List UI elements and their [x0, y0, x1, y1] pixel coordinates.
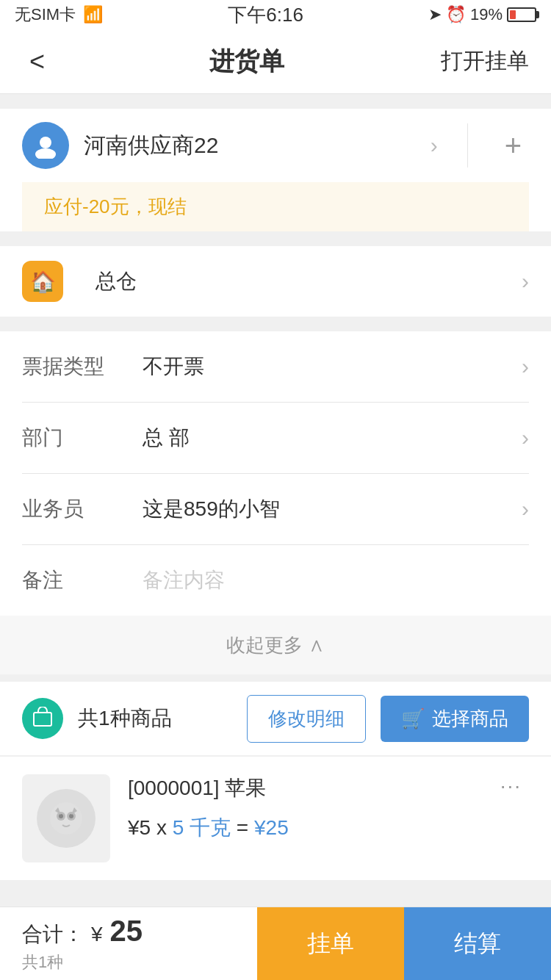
dept-label: 部门 [22, 424, 110, 452]
ticket-label: 票据类型 [22, 353, 110, 381]
back-button[interactable]: < [22, 39, 52, 84]
total-value: ¥25 [254, 816, 289, 839]
product-item: [0000001] 苹果 ¥5 x 5 千克 = ¥25 ··· [0, 757, 551, 880]
cart-icon: 🛒 [401, 707, 425, 730]
select-label: 选择商品 [432, 706, 508, 732]
footer: 合计： ¥ 25 共1种 挂单 结算 [0, 907, 551, 980]
more-options-button[interactable]: ··· [493, 774, 529, 862]
remark-input[interactable]: 备注内容 [143, 566, 225, 594]
wifi-icon: 📶 [83, 5, 103, 24]
warehouse-left: 🏠 总仓 [22, 261, 137, 302]
divider-3 [0, 674, 551, 682]
product-thumbnail [22, 774, 110, 862]
status-left: 无SIM卡 📶 [15, 4, 103, 26]
ticket-type-row[interactable]: 票据类型 不开票 › [0, 331, 551, 402]
nav-bar: < 进货单 打开挂单 [0, 29, 551, 94]
dept-value: 总 部 [143, 424, 190, 452]
divider-top [0, 94, 551, 109]
remark-left: 备注 备注内容 [22, 566, 225, 594]
supplier-chevron-icon: › [431, 133, 438, 158]
status-time: 下午6:16 [228, 2, 303, 28]
product-title: 苹果 [225, 777, 266, 799]
divider-1 [0, 231, 551, 246]
supplier-divider [467, 123, 468, 167]
sales-value: 这是859的小智 [143, 495, 280, 523]
collapse-button[interactable]: 收起更多 ∧ [0, 616, 551, 674]
avatar [22, 122, 69, 169]
add-supplier-button[interactable]: + [497, 129, 529, 162]
divider-2 [0, 317, 551, 331]
supplier-name: 河南供应商22 [84, 131, 218, 161]
dept-left: 部门 总 部 [22, 424, 190, 452]
sales-label: 业务员 [22, 495, 110, 523]
product-price: ¥5 x 5 千克 = ¥25 [128, 814, 475, 842]
battery-percent: 19% [470, 5, 503, 24]
battery-fill [510, 10, 516, 19]
suspend-button[interactable]: 挂单 [257, 907, 404, 980]
svg-point-1 [35, 148, 56, 159]
warehouse-chevron-icon: › [522, 269, 529, 294]
carrier-label: 无SIM卡 [15, 4, 76, 26]
warehouse-name: 总仓 [96, 267, 137, 295]
supplier-notice: 应付-20元，现结 [22, 182, 529, 231]
footer-total: 合计： ¥ 25 共1种 [0, 915, 257, 973]
dept-chevron-icon: › [522, 425, 529, 450]
product-name: [0000001] 苹果 [128, 774, 475, 802]
warehouse-row[interactable]: 🏠 总仓 › [0, 246, 551, 317]
supplier-section: 河南供应商22 › + 应付-20元，现结 [0, 109, 551, 231]
ticket-left: 票据类型 不开票 [22, 353, 204, 381]
svg-point-6 [59, 814, 63, 818]
remark-label: 备注 [22, 566, 110, 594]
product-count: 共1种商品 [78, 705, 232, 732]
total-amount-row: 合计： ¥ 25 [22, 915, 235, 948]
product-header: 共1种商品 修改明细 🛒 选择商品 [0, 682, 551, 755]
status-right: ➤ ⏰ 19% [428, 5, 536, 24]
total-count: 共1种 [22, 951, 235, 973]
product-icon [22, 698, 63, 739]
sales-chevron-icon: › [522, 497, 529, 522]
total-symbol: ¥ [91, 923, 103, 946]
ticket-value: 不开票 [143, 353, 204, 381]
total-label: 合计： [22, 920, 84, 948]
svg-point-0 [40, 137, 51, 148]
open-pending-button[interactable]: 打开挂单 [441, 46, 529, 76]
sales-left: 业务员 这是859的小智 [22, 495, 280, 523]
location-icon: ➤ [428, 5, 442, 24]
select-product-button[interactable]: 🛒 选择商品 [381, 696, 529, 742]
product-info: [0000001] 苹果 ¥5 x 5 千克 = ¥25 [128, 774, 475, 862]
quantity-value: 5 [173, 816, 184, 839]
total-number: 25 [110, 915, 143, 948]
svg-point-7 [69, 814, 73, 818]
battery-icon [507, 7, 536, 22]
price-multiply: x [156, 816, 173, 839]
svg-point-3 [50, 802, 82, 835]
modify-detail-button[interactable]: 修改明细 [247, 695, 366, 743]
price-equals: = [237, 816, 254, 839]
ticket-chevron-icon: › [522, 354, 529, 379]
supplier-row[interactable]: 河南供应商22 › + [22, 109, 529, 182]
owl-logo [37, 789, 96, 848]
price-value: ¥5 [128, 816, 151, 839]
warehouse-section: 🏠 总仓 › [0, 246, 551, 317]
sales-row[interactable]: 业务员 这是859的小智 › [0, 474, 551, 544]
unit-value: 千克 [190, 816, 231, 839]
remark-row[interactable]: 备注 备注内容 [0, 545, 551, 616]
warehouse-icon: 🏠 [22, 261, 63, 302]
product-code: [0000001] [128, 777, 220, 799]
dept-row[interactable]: 部门 总 部 › [0, 403, 551, 473]
alarm-icon: ⏰ [446, 5, 466, 24]
status-bar: 无SIM卡 📶 下午6:16 ➤ ⏰ 19% [0, 0, 551, 29]
svg-rect-2 [34, 713, 51, 726]
page-title: 进货单 [209, 45, 284, 79]
form-section: 票据类型 不开票 › 部门 总 部 › 业务员 这是859的小智 › 备注 备注… [0, 331, 551, 616]
checkout-button[interactable]: 结算 [404, 907, 551, 980]
supplier-left: 河南供应商22 [22, 122, 218, 169]
